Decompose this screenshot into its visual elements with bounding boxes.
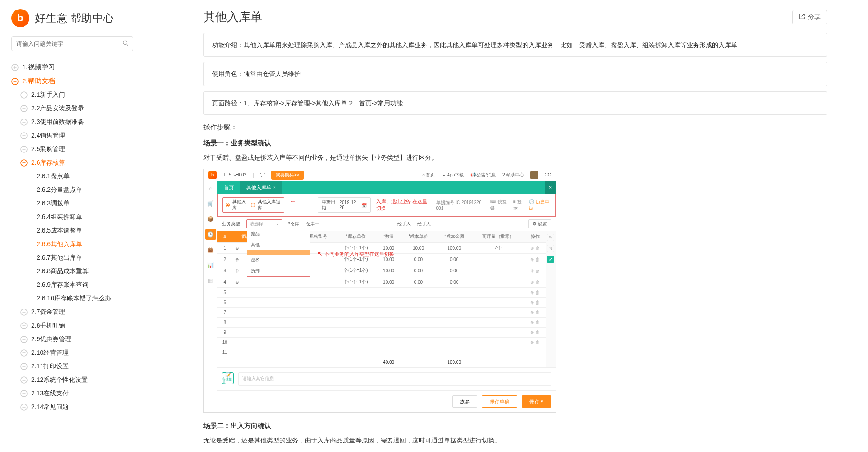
nav-item-2610[interactable]: 2.6.10库存账本错了怎么办 xyxy=(11,292,133,305)
top-home-link[interactable]: ⌂ 首页 xyxy=(422,172,435,178)
leftbar-home-icon[interactable]: ⌂ xyxy=(205,183,216,194)
close-all-icon[interactable]: × xyxy=(545,181,556,194)
setting-button[interactable]: ⚙ 设置 xyxy=(528,219,551,228)
draft-button[interactable]: 保存草稿 xyxy=(482,395,517,408)
leftbar-box-icon[interactable]: 📦 xyxy=(205,214,216,224)
nav-item-29[interactable]: 2.9优惠券管理 xyxy=(11,333,133,346)
avatar-icon[interactable] xyxy=(530,171,538,179)
table-row[interactable]: 6⊕ 🗑 xyxy=(217,298,546,308)
nav-label: 2.2产品安装及登录 xyxy=(31,105,84,113)
plus-icon xyxy=(20,322,28,329)
nav-label: 2.8手机旺铺 xyxy=(31,322,65,330)
strip-icon[interactable]: ⇅ xyxy=(547,245,554,252)
nav-item-264[interactable]: 2.6.4组装拆卸单 xyxy=(11,210,133,224)
quick-link[interactable]: ⌨ 快捷键 xyxy=(490,199,509,211)
nav-item-video[interactable]: 1.视频学习 xyxy=(11,60,133,74)
row-op-icons[interactable]: ⊕ 🗑 xyxy=(530,280,540,285)
remark-input[interactable]: 请输入其它信息 xyxy=(238,372,551,386)
logo: b 好生意 帮助中心 xyxy=(11,9,133,27)
nav-item-266[interactable]: 2.6.6其他入库单 xyxy=(11,238,133,251)
dropdown-item[interactable] xyxy=(247,250,310,255)
nav-item-27[interactable]: 2.7资金管理 xyxy=(11,305,133,319)
wh-value[interactable]: 仓库一 xyxy=(306,221,319,227)
search-input[interactable] xyxy=(11,36,133,51)
row-op-icons[interactable]: ⊕ 🗑 xyxy=(530,257,540,262)
leftbar-wallet-icon[interactable]: 👜 xyxy=(205,244,216,255)
table-row[interactable]: 11 xyxy=(217,347,546,357)
strip-icon[interactable]: ⤢ xyxy=(547,256,554,263)
cancel-button[interactable]: 放弃 xyxy=(452,395,477,408)
scene1-text: 对于受赠、盘盈或是拆装入库等不同的业务，是通过单据头【业务类型】进行区分。 xyxy=(203,152,827,163)
expand-icon[interactable]: ⛶ xyxy=(260,172,265,177)
table-row[interactable]: 9⊕ 🗑 xyxy=(217,328,546,338)
nav-label: 2.5采购管理 xyxy=(31,145,65,153)
table-row[interactable]: 8⊕ 🗑 xyxy=(217,318,546,328)
date-input[interactable]: 单据日期2019-12-26📅 xyxy=(318,197,371,213)
close-icon[interactable]: × xyxy=(273,185,276,190)
plus-icon xyxy=(20,363,28,370)
nav-item-261[interactable]: 2.6.1盘点单 xyxy=(11,170,133,183)
nav-item-263[interactable]: 2.6.3调拨单 xyxy=(11,197,133,210)
top-notice-link[interactable]: 📢 公告/消息 xyxy=(470,172,496,178)
calendar-icon: 📅 xyxy=(361,203,367,208)
info-label: 页面路径： xyxy=(212,100,244,107)
nav-label: 2.6.5成本调整单 xyxy=(37,227,82,235)
dropdown-item[interactable]: 盘盈 xyxy=(247,255,310,266)
nav-item-24[interactable]: 2.4销售管理 xyxy=(11,129,133,143)
nav-item-211[interactable]: 2.11打印设置 xyxy=(11,360,133,373)
sidebar: b 好生意 帮助中心 1.视频学习 2.帮助文档 2.1新手入门 2.2产品安装… xyxy=(0,0,145,452)
share-button[interactable]: 分享 xyxy=(792,10,827,24)
nav-item-23[interactable]: 2.3使用前数据准备 xyxy=(11,115,133,129)
row-op-icons[interactable]: ⊕ 🗑 xyxy=(530,268,540,273)
app-footer: 放弃 保存草稿 保存 ▾ xyxy=(217,390,556,412)
nav-label: 2.7资金管理 xyxy=(31,308,65,316)
nav-item-267[interactable]: 2.6.7其他出库单 xyxy=(11,251,133,265)
table-row[interactable]: 7⊕ 🗑 xyxy=(217,308,546,318)
nav-item-21[interactable]: 2.1新手入门 xyxy=(11,88,133,102)
nav-item-262[interactable]: 2.6.2分量盘点单 xyxy=(11,183,133,197)
nav-item-helpdoc[interactable]: 2.帮助文档 xyxy=(11,74,133,88)
buy-button[interactable]: 我要购买>> xyxy=(271,171,304,180)
nav-item-269[interactable]: 2.6.9库存账本查询 xyxy=(11,278,133,292)
doc-type-radio[interactable]: 其他入库 其他入库退库 xyxy=(222,197,284,213)
app-tabs: 首页 其他入库单× × xyxy=(217,181,556,194)
save-button[interactable]: 保存 ▾ xyxy=(522,395,551,408)
biztype-select[interactable]: 请选择▾ 赠品 其他 盘盈 拆卸 ↖ 不同业务的入库类型在这里切换 xyxy=(246,219,282,228)
top-help-link[interactable]: ? 帮助中心 xyxy=(502,172,524,178)
nav-label: 2.6.10库存账本错了怎么办 xyxy=(37,295,111,303)
nav-label: 2.帮助文档 xyxy=(22,77,55,86)
leftbar-cart-icon[interactable]: 🛒 xyxy=(205,198,216,209)
search-icon[interactable] xyxy=(123,40,129,48)
info-label: 功能介绍： xyxy=(212,41,244,48)
row-op-icons[interactable]: ⊕ 🗑 xyxy=(530,246,540,251)
quick-link[interactable]: ≡ 提示 xyxy=(513,199,524,211)
leftbar-chart-icon[interactable]: 📊 xyxy=(205,260,216,271)
leftbar-active-icon[interactable]: 🕓 xyxy=(205,229,216,240)
dropdown-item[interactable]: 其他 xyxy=(247,239,310,250)
table-row[interactable]: 10⊕ 🗑 xyxy=(217,338,546,347)
strip-icon[interactable]: ✎ xyxy=(547,234,554,241)
nav-item-213[interactable]: 2.13在线支付 xyxy=(11,387,133,400)
nav-item-268[interactable]: 2.6.8商品成本重算 xyxy=(11,265,133,278)
nav-item-212[interactable]: 2.12系统个性化设置 xyxy=(11,373,133,387)
table-row[interactable]: 5⊕ 🗑 xyxy=(217,288,546,298)
tab-home[interactable]: 首页 xyxy=(217,181,240,194)
nav-item-28[interactable]: 2.8手机旺铺 xyxy=(11,319,133,333)
history-link[interactable]: 🕓 历史单据 xyxy=(529,199,551,211)
nav-item-25[interactable]: 2.5采购管理 xyxy=(11,143,133,156)
leftbar-grid-icon[interactable]: ▦ xyxy=(205,275,216,286)
nav-item-214[interactable]: 2.14常见问题 xyxy=(11,400,133,414)
nav-item-265[interactable]: 2.6.5成本调整单 xyxy=(11,224,133,238)
nav-label: 2.6.1盘点单 xyxy=(37,172,70,181)
tab-doc[interactable]: 其他入库单× xyxy=(240,181,282,194)
person-value[interactable]: 经手人 xyxy=(417,221,431,227)
top-download-link[interactable]: ☁ App下载 xyxy=(441,172,464,178)
dropdown-item[interactable]: 赠品 xyxy=(247,228,310,239)
table-row[interactable]: 4⊕个(1个=1个)10.000.000.00⊕ 🗑 xyxy=(217,276,546,288)
nav-item-26[interactable]: 2.6库存核算 xyxy=(11,156,133,170)
info-path: 页面路径：1、库存核算->库存管理->其他入库单 2、首页->常用功能 xyxy=(203,91,827,115)
dropdown-item[interactable]: 拆卸 xyxy=(247,266,310,276)
nav-item-22[interactable]: 2.2产品安装及登录 xyxy=(11,102,133,115)
nav-label: 2.3使用前数据准备 xyxy=(31,118,84,126)
nav-item-210[interactable]: 2.10经营管理 xyxy=(11,346,133,360)
